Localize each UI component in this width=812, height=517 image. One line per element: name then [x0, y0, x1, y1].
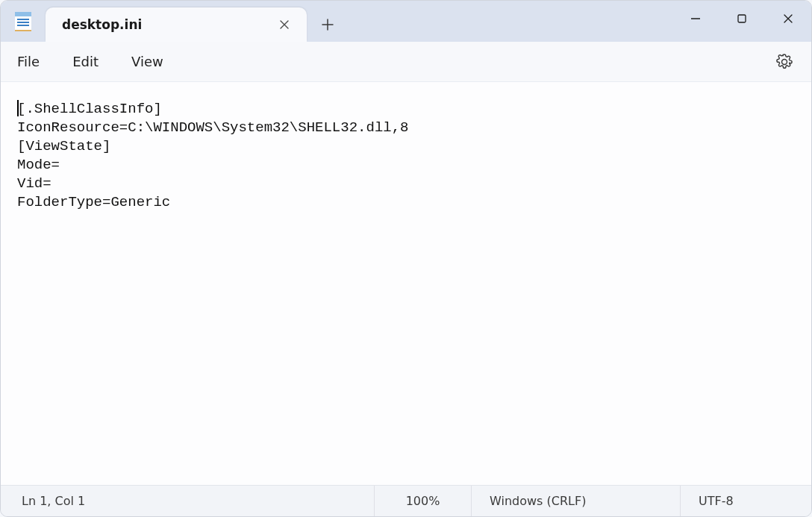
minimize-button[interactable]: [672, 1, 719, 37]
close-tab-button[interactable]: [274, 14, 295, 35]
maximize-icon: [737, 13, 747, 24]
app-icon-container: [1, 1, 46, 42]
status-line-ending[interactable]: Windows (CRLF): [471, 486, 680, 516]
svg-rect-0: [738, 15, 746, 22]
menu-bar: File Edit View: [1, 42, 811, 82]
file-tab[interactable]: desktop.ini: [46, 7, 307, 42]
new-tab-button[interactable]: [311, 7, 344, 42]
maximize-button[interactable]: [719, 1, 765, 37]
notepad-window: desktop.ini: [0, 0, 812, 517]
notepad-icon: [15, 12, 31, 31]
settings-button[interactable]: [768, 47, 801, 77]
status-bar: Ln 1, Col 1 100% Windows (CRLF) UTF-8: [1, 485, 811, 516]
title-bar: desktop.ini: [1, 1, 811, 42]
plus-icon: [322, 19, 334, 31]
text-caret: [17, 100, 19, 116]
tab-title: desktop.ini: [62, 17, 274, 32]
menu-file[interactable]: File: [7, 48, 56, 75]
status-zoom[interactable]: 100%: [374, 486, 471, 516]
status-encoding[interactable]: UTF-8: [680, 486, 811, 516]
close-icon: [783, 13, 793, 24]
close-window-button[interactable]: [765, 1, 811, 37]
close-icon: [280, 20, 289, 29]
gear-icon: [776, 54, 793, 70]
menu-view[interactable]: View: [115, 48, 180, 75]
minimize-icon: [690, 13, 701, 24]
status-position[interactable]: Ln 1, Col 1: [1, 486, 374, 516]
window-controls: [672, 1, 811, 37]
menu-edit[interactable]: Edit: [56, 48, 115, 75]
text-editor[interactable]: [.ShellClassInfo] IconResource=C:\WINDOW…: [1, 82, 811, 485]
